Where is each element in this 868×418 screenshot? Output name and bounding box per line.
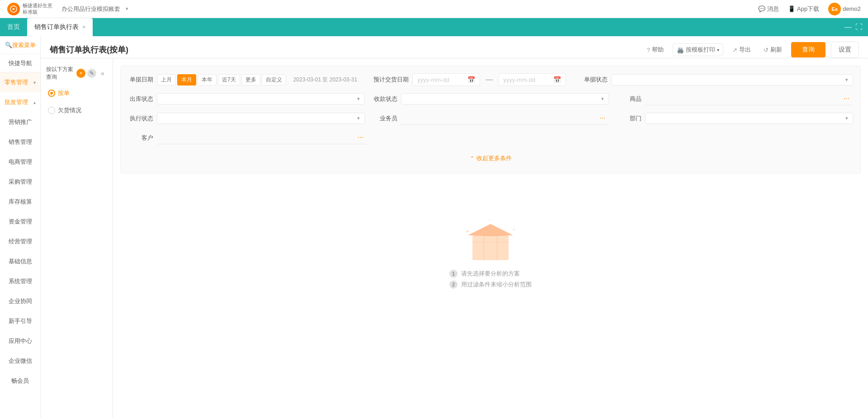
exec-select[interactable]: ▾ <box>157 113 365 124</box>
help-btn[interactable]: ? 帮助 <box>643 44 667 56</box>
dept-select[interactable]: ▾ <box>645 113 853 124</box>
date-btn-custom[interactable]: 自定义 <box>262 74 286 86</box>
refresh-icon: ↺ <box>764 47 769 53</box>
svg-text:✦: ✦ <box>466 229 469 234</box>
salesperson-group: 业务员 ··· <box>372 112 609 125</box>
hint-2: 2 用过滤条件来缩小分析范围 <box>449 280 532 289</box>
settings-button[interactable]: 设置 <box>831 42 859 58</box>
customer-dots[interactable]: ··· <box>356 133 365 142</box>
receipt-group: 收款状态 ▾ <box>372 93 609 104</box>
calendar-icon-1: 📅 <box>467 76 475 83</box>
scheme-edit-btn[interactable]: ✎ <box>87 69 96 78</box>
customer-group: 客户 ··· <box>128 131 367 144</box>
receipt-select[interactable]: ▾ <box>401 93 609 104</box>
goods-dots[interactable]: ··· <box>842 95 851 103</box>
nav-dropdown-icon[interactable]: ▾ <box>126 6 128 12</box>
tab-bar-right: — ⛶ <box>844 23 868 31</box>
sidebar-item-system[interactable]: 系统管理 <box>0 271 40 291</box>
nav-title: 办公用品行业模拟账套 <box>61 5 120 13</box>
sidebar-item-appstore[interactable]: 应用中心 <box>0 331 40 351</box>
receipt-label: 收款状态 <box>372 95 397 103</box>
date-range-display: 2023-03-01 至 2023-03-31 <box>293 76 357 84</box>
shipment-select[interactable]: ▾ <box>157 93 365 104</box>
content-panel: 销售订单执行表(按单) ? 帮助 🖨️ 按模板打印 ▾ ↗ 导出 ↺ 刷新 <box>41 36 868 418</box>
sidebar-item-basic-info[interactable]: 基础信息 <box>0 252 40 271</box>
message-btn[interactable]: 💬 消息 <box>758 5 779 13</box>
empty-state: ✦ ✦ ✦ 1 请先选择要分析的方案 <box>120 181 861 325</box>
refresh-btn[interactable]: ↺ 刷新 <box>760 44 786 56</box>
order-status-select[interactable]: ▾ <box>611 74 853 86</box>
avatar: Ea <box>828 3 841 15</box>
wholesale-arrow-icon: ▴ <box>33 100 36 105</box>
goods-input[interactable]: ··· <box>645 92 853 105</box>
customer-label: 客户 <box>128 134 153 142</box>
sidebar-item-collab[interactable]: 企业协同 <box>0 291 40 311</box>
hint-1: 1 请先选择要分析的方案 <box>449 270 532 278</box>
export-btn[interactable]: ↗ 导出 <box>729 44 755 56</box>
sidebar-item-retail[interactable]: 零售管理 ▾ <box>0 72 40 92</box>
app-download-btn[interactable]: 📱 App下载 <box>788 5 819 13</box>
tab-bar: 首页 销售订单执行表 × — ⛶ <box>0 18 868 36</box>
date-btn-prev-month[interactable]: 上月 <box>157 74 176 86</box>
tab-sales-order[interactable]: 销售订单执行表 × <box>27 18 93 36</box>
dept-group: 部门 ▾ <box>616 113 853 124</box>
salesperson-input[interactable]: ··· <box>401 112 609 125</box>
calendar-icon-2: 📅 <box>553 76 561 83</box>
sidebar-item-marketing[interactable]: 营销推广 <box>0 112 40 132</box>
scheme-add-btn[interactable]: + <box>76 69 85 78</box>
expected-date-label: 预计交货日期 <box>373 76 409 84</box>
sidebar-item-inventory[interactable]: 库存核算 <box>0 192 40 212</box>
scheme-actions: + ✎ « <box>76 69 107 78</box>
page-title: 销售订单执行表(按单) <box>50 44 128 55</box>
sidebar-item-ecommerce[interactable]: 电商管理 <box>0 152 40 172</box>
filter-row-4: 客户 ··· <box>128 131 853 144</box>
scheme-header: 按以下方案查询 + ✎ « <box>41 62 113 85</box>
salesperson-dots[interactable]: ··· <box>598 114 607 122</box>
sidebar: 🔍 搜索菜单 快捷导航 零售管理 ▾ 批发管理 ▴ 营销推广 销售管理 电商管理… <box>0 36 41 418</box>
sidebar-item-sales[interactable]: 销售管理 <box>0 132 40 152</box>
print-btn[interactable]: 🖨️ 按模板打印 ▾ <box>673 43 723 56</box>
sidebar-item-newbie[interactable]: 新手引导 <box>0 311 40 331</box>
sidebar-item-member[interactable]: 畅会员 <box>0 371 40 391</box>
expected-date-to[interactable]: yyyy-mm-dd 📅 <box>498 73 566 86</box>
query-button[interactable]: 查询 <box>791 42 826 57</box>
empty-illustration: ✦ ✦ ✦ <box>463 217 518 262</box>
tab-close-icon[interactable]: × <box>82 24 85 30</box>
tab-minimize-icon[interactable]: — <box>844 23 852 31</box>
tab-home[interactable]: 首页 <box>0 18 27 36</box>
tab-maximize-icon[interactable]: ⛶ <box>855 23 863 31</box>
date-btn-more[interactable]: 更多 <box>241 74 260 86</box>
header-left: 畅捷通好生意 标准版 办公用品行业模拟账套 ▾ <box>7 3 128 15</box>
logo-area: 畅捷通好生意 标准版 <box>7 3 52 15</box>
sidebar-quick-nav[interactable]: 快捷导航 <box>0 54 40 72</box>
main-content: 🔍 搜索菜单 快捷导航 零售管理 ▾ 批发管理 ▴ 营销推广 销售管理 电商管理… <box>0 36 868 418</box>
scheme-item-backorder[interactable]: 欠货情况 <box>41 102 113 119</box>
exec-chevron: ▾ <box>357 115 360 121</box>
date-btn-current-month[interactable]: 本月 <box>177 74 196 86</box>
filter-row-1: 单据日期 上月 本月 本年 近7天 更多 自定义 2023-03-01 至 20… <box>128 73 853 86</box>
date-btn-current-year[interactable]: 本年 <box>198 74 217 86</box>
scheme-item-order[interactable]: 按单 <box>41 85 113 102</box>
expected-date-from[interactable]: yyyy-mm-dd 📅 <box>412 73 480 86</box>
sidebar-item-wholesale[interactable]: 批发管理 ▴ <box>0 92 40 112</box>
filter-row-3: 执行状态 ▾ 业务员 ··· <box>128 112 853 125</box>
collapse-btn[interactable]: ⌃ 收起更多条件 <box>128 151 853 166</box>
sidebar-item-purchase[interactable]: 采购管理 <box>0 172 40 192</box>
collapse-icon: ⌃ <box>470 155 475 162</box>
sidebar-search[interactable]: 🔍 搜索菜单 <box>0 36 40 54</box>
svg-text:✦: ✦ <box>488 219 491 222</box>
print-icon: 🖨️ <box>677 47 684 53</box>
customer-input[interactable]: ··· <box>157 131 367 144</box>
salesperson-label: 业务员 <box>372 114 397 123</box>
sidebar-item-finance[interactable]: 资金管理 <box>0 212 40 232</box>
scheme-collapse-btn[interactable]: « <box>98 69 107 78</box>
sidebar-item-operation[interactable]: 经营管理 <box>0 232 40 252</box>
sidebar-item-wechat[interactable]: 企业微信 <box>0 351 40 371</box>
shipment-label: 出库状态 <box>128 95 153 103</box>
filter-row-2: 出库状态 ▾ 收款状态 ▾ <box>128 92 853 105</box>
download-icon: 📱 <box>788 5 795 12</box>
user-area[interactable]: Ea demo2 <box>828 3 861 15</box>
date-btn-7days[interactable]: 近7天 <box>218 74 240 86</box>
page-actions: ? 帮助 🖨️ 按模板打印 ▾ ↗ 导出 ↺ 刷新 查询 设置 <box>643 42 859 58</box>
shipment-chevron: ▾ <box>357 96 360 102</box>
